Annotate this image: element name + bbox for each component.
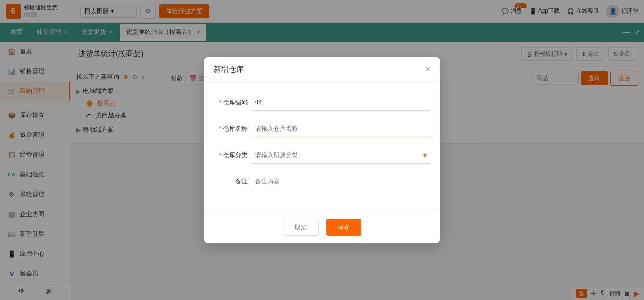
category-input[interactable] [251,147,430,164]
remark-label: 备注 [214,177,251,186]
modal-footer: 取消 保存 [204,211,440,243]
category-select-wrapper: ▾ [251,147,430,164]
name-input[interactable] [251,120,430,137]
modal-overlay[interactable]: 新增仓库 × 仓库编码 仓库名称 仓库分类 ▾ [0,0,644,300]
save-button[interactable]: 保存 [326,219,361,236]
modal-close-button[interactable]: × [425,65,430,75]
form-row-name: 仓库名称 [214,120,430,137]
form-row-category: 仓库分类 ▾ [214,147,430,164]
modal-title: 新增仓库 [214,65,244,75]
code-input[interactable] [251,94,430,111]
new-warehouse-modal: 新增仓库 × 仓库编码 仓库名称 仓库分类 ▾ [204,57,440,243]
modal-body: 仓库编码 仓库名称 仓库分类 ▾ 备注 [204,83,440,211]
cancel-button[interactable]: 取消 [283,219,319,236]
form-row-remark: 备注 [214,173,430,190]
form-row-code: 仓库编码 [214,94,430,111]
name-label: 仓库名称 [214,125,251,133]
remark-input[interactable] [251,173,430,190]
modal-header: 新增仓库 × [204,57,440,83]
code-label: 仓库编码 [214,98,251,107]
category-label: 仓库分类 [214,151,251,159]
